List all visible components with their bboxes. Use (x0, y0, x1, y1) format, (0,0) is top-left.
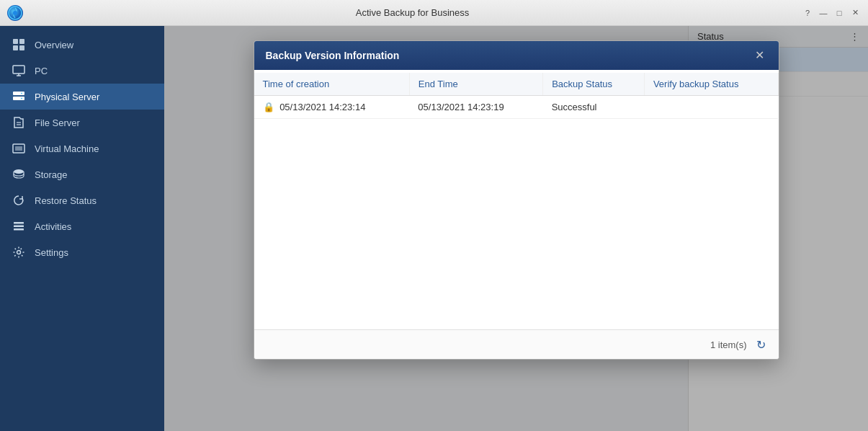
maximize-button[interactable]: □ (833, 7, 845, 19)
svg-rect-5 (19, 45, 24, 50)
sidebar-label-file-server: File Server (35, 117, 80, 128)
svg-rect-7 (13, 92, 24, 95)
col-time-of-creation: Time of creation (254, 73, 410, 96)
sidebar-item-virtual-machine[interactable]: Virtual Machine (0, 135, 164, 161)
sidebar-item-storage[interactable]: Storage (0, 161, 164, 187)
sidebar-item-activities[interactable]: Activities (0, 213, 164, 239)
svg-rect-4 (13, 45, 18, 50)
file-server-icon (12, 117, 26, 128)
svg-rect-6 (13, 66, 24, 74)
svg-rect-14 (15, 146, 22, 151)
svg-point-9 (21, 93, 22, 94)
main-content: Status ⋮ No schedule No schedule Backup … (164, 26, 868, 431)
modal-body: Time of creation End Time Backup Status … (254, 70, 779, 329)
modal-title: Backup Version Information (266, 50, 400, 61)
storage-icon (12, 169, 26, 180)
lock-icon: 🔒 (263, 102, 274, 112)
svg-point-15 (14, 169, 24, 174)
minimize-button[interactable]: — (818, 7, 829, 19)
cell-verify-backup-status (644, 96, 778, 119)
col-backup-status: Backup Status (543, 73, 645, 96)
svg-rect-18 (14, 228, 24, 231)
svg-rect-16 (14, 222, 24, 224)
svg-point-10 (21, 98, 22, 99)
sidebar-item-settings[interactable]: Settings (0, 239, 164, 265)
modal-header: Backup Version Information ✕ (254, 41, 779, 70)
sidebar: Overview PC Physical Server (0, 26, 164, 431)
window-controls: ? — □ ✕ (802, 7, 861, 19)
modal-footer: 1 item(s) ↻ (254, 329, 779, 359)
settings-icon (12, 246, 26, 258)
sidebar-label-virtual-machine: Virtual Machine (35, 143, 99, 154)
sidebar-item-physical-server[interactable]: Physical Server (0, 84, 164, 110)
sidebar-label-physical-server: Physical Server (35, 92, 99, 102)
cell-time-of-creation: 🔒 05/13/2021 14:23:14 (254, 96, 410, 119)
restore-icon (12, 195, 26, 206)
sidebar-label-activities: Activities (35, 221, 71, 232)
titlebar: Active Backup for Business ? — □ ✕ (0, 0, 868, 26)
svg-rect-2 (13, 39, 18, 44)
sidebar-item-restore-status[interactable]: Restore Status (0, 187, 164, 213)
sidebar-label-settings: Settings (35, 247, 68, 258)
cell-end-time: 05/13/2021 14:23:19 (409, 96, 542, 119)
svg-point-1 (13, 11, 17, 15)
items-count: 1 item(s) (710, 339, 747, 350)
modal-table-area: Time of creation End Time Backup Status … (254, 70, 779, 329)
cell-backup-status: Successful (543, 96, 645, 119)
sidebar-item-file-server[interactable]: File Server (0, 110, 164, 135)
svg-rect-17 (14, 226, 24, 228)
refresh-button[interactable]: ↻ (753, 336, 770, 353)
pc-icon (12, 65, 26, 76)
close-button[interactable]: ✕ (849, 7, 861, 19)
sidebar-label-storage: Storage (35, 169, 68, 180)
app-title: Active Backup for Business (23, 7, 802, 18)
server-icon (12, 91, 26, 102)
sidebar-label-overview: Overview (35, 40, 73, 50)
virtual-machine-icon (12, 143, 26, 154)
help-button[interactable]: ? (802, 7, 813, 19)
sidebar-item-pc[interactable]: PC (0, 58, 164, 84)
sidebar-item-overview[interactable]: Overview (0, 32, 164, 58)
col-end-time: End Time (409, 73, 542, 96)
modal-overlay: Backup Version Information ✕ Time of cre… (164, 26, 868, 431)
table-row[interactable]: 🔒 05/13/2021 14:23:14 05/13/2021 14:23:1… (254, 96, 779, 119)
svg-point-19 (17, 251, 21, 254)
overview-icon (12, 39, 26, 50)
app-container: Overview PC Physical Server (0, 26, 868, 431)
svg-rect-3 (19, 39, 24, 44)
app-logo (7, 5, 23, 21)
table-header-row: Time of creation End Time Backup Status … (254, 73, 779, 96)
backup-version-modal: Backup Version Information ✕ Time of cre… (254, 40, 779, 360)
backup-versions-table: Time of creation End Time Backup Status … (254, 73, 779, 119)
sidebar-label-pc: PC (35, 66, 48, 76)
modal-close-button[interactable]: ✕ (753, 48, 767, 63)
svg-rect-8 (13, 97, 24, 100)
activities-icon (12, 221, 26, 232)
sidebar-label-restore-status: Restore Status (35, 195, 97, 206)
col-verify-backup-status: Verify backup Status (644, 73, 778, 96)
